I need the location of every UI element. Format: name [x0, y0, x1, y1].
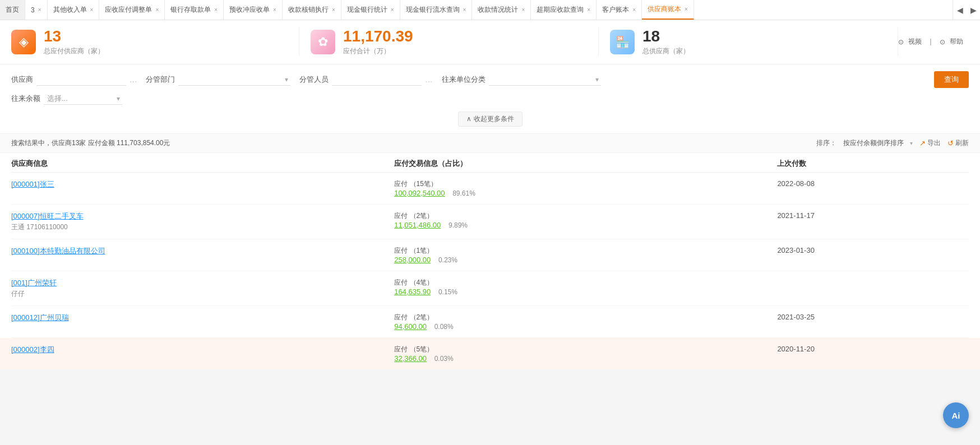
payable-total-icon: ✿ [311, 30, 335, 54]
category-select-wrap: ▾ [489, 73, 601, 86]
payable-total-amount: 11,170.39 [343, 28, 413, 45]
supplier-filter-dots[interactable]: ... [130, 75, 137, 85]
payable-amount-row-3: 258,000.00 0.23% [394, 256, 777, 264]
top-right-links: ⊙ 视频 ｜ ⊙ 帮助 [898, 37, 969, 47]
nav-tab-cash-bank-flow-close[interactable]: × [463, 7, 466, 13]
nav-tab-advance-collect-close[interactable]: × [273, 7, 276, 13]
nav-tab-payable-adjust-label: 应收应付调整单 [105, 5, 152, 15]
nav-tab-bank-deposit-close[interactable]: × [214, 7, 218, 13]
sort-select-wrap: 按应付余额倒序排序 ▾ [843, 139, 913, 147]
nav-tab-collect-verify[interactable]: 收款核销执行 × [283, 0, 341, 20]
nav-tab-home[interactable]: 首页 [0, 0, 25, 20]
supplier-link-4[interactable]: [001]广州荣轩 [11, 279, 57, 287]
payable-amount-link-5[interactable]: 94,600.00 [394, 322, 427, 331]
dept-select[interactable] [178, 73, 290, 86]
table-row: [000001]张三 应付 （15笔） 100,092,540.00 89.61… [11, 173, 969, 205]
payable-info-2: 应付 （2笔） 11,051,486.00 9.89% [394, 211, 777, 232]
nav-tab-cash-bank-stat-close[interactable]: × [391, 7, 394, 13]
payable-amount-row-4: 164,635.90 0.15% [394, 288, 777, 296]
nav-tab-cash-bank-stat-label: 现金银行统计 [347, 5, 387, 15]
payable-supplier-count: 13 [44, 28, 104, 45]
nav-tab-collect-stat-close[interactable]: × [521, 7, 525, 13]
export-button[interactable]: ↗ 导出 [919, 138, 941, 148]
total-supplier-icon: 🏪 [610, 30, 635, 54]
category-select[interactable] [489, 73, 601, 86]
nav-tab-collect-stat[interactable]: 收款情况统计 × [472, 0, 531, 20]
nav-tab-3-label: 3 [31, 6, 35, 14]
nav-tab-collect-verify-label: 收款核销执行 [288, 5, 329, 15]
nav-tab-other-income-close[interactable]: × [90, 7, 94, 13]
payable-amount-link-6[interactable]: 32,366.00 [394, 354, 427, 363]
nav-tab-customer-account-close[interactable]: × [632, 7, 636, 13]
collapse-button[interactable]: ∧ 收起更多条件 [458, 112, 523, 127]
nav-tab-overdue-query-close[interactable]: × [587, 7, 590, 13]
payable-amount-link-1[interactable]: 100,092,540.00 [394, 189, 445, 197]
summary-bar: ◈ 13 总应付供应商（家） ✿ 11,170.39 应付合计（万） 🏪 18 … [0, 20, 980, 64]
nav-prev-button[interactable]: ◀ [953, 0, 967, 20]
supplier-link-2[interactable]: [000007]恒旺二手叉车 [11, 212, 84, 220]
payable-amount-link-2[interactable]: 11,051,486.00 [394, 221, 441, 229]
nav-tab-home-label: 首页 [6, 5, 19, 15]
nav-tab-overdue-query-label: 超期应收款查询 [537, 5, 584, 15]
person-filter-input[interactable] [332, 73, 422, 86]
refresh-button[interactable]: ↺ 刷新 [947, 138, 969, 148]
payable-label-4: 应付 （4笔） [394, 278, 777, 288]
video-link[interactable]: 视频 [908, 37, 922, 47]
ai-button[interactable]: Ai [943, 402, 969, 428]
nav-arrows: ◀ ▶ [953, 0, 980, 20]
payable-pct-4: 0.15% [438, 288, 457, 296]
refresh-icon: ↺ [947, 139, 954, 147]
nav-tab-supplier-account-label: 供应商账本 [648, 4, 681, 14]
supplier-link-6[interactable]: [000002]李四 [11, 345, 54, 354]
nav-tab-other-income[interactable]: 其他收入单 × [48, 0, 100, 20]
nav-tab-advance-collect[interactable]: 预收冲应收单 × [224, 0, 283, 20]
video-icon: ⊙ [898, 38, 904, 46]
supplier-name-5: [000012]广州贝瑞 [11, 313, 394, 323]
payable-info-3: 应付 （1笔） 258,000.00 0.23% [394, 246, 777, 264]
balance-select[interactable]: 选择... [44, 92, 122, 105]
supplier-info-6: [000002]李四 [11, 345, 394, 363]
payable-supplier-label: 总应付供应商（家） [44, 47, 104, 56]
last-pay-date-6: 2020-11-20 [777, 345, 969, 363]
supplier-filter-input[interactable] [36, 73, 126, 86]
table-row: [001]广州荣轩 仔仔 应付 （4笔） 164,635.90 0.15% [11, 271, 969, 306]
nav-tab-supplier-account-close[interactable]: × [685, 6, 688, 12]
table-row: [000007]恒旺二手叉车 王通 17106110000 应付 （2笔） 11… [11, 205, 969, 239]
filter-item-supplier: 供应商 ... [11, 73, 137, 86]
payable-amount-link-4[interactable]: 164,635.90 [394, 288, 431, 296]
supplier-link-5[interactable]: [000012]广州贝瑞 [11, 313, 69, 322]
nav-tab-advance-collect-label: 预收冲应收单 [229, 5, 270, 15]
nav-tab-cash-bank-stat[interactable]: 现金银行统计 × [341, 0, 400, 20]
top-nav: 首页 3 × 其他收入单 × 应收应付调整单 × 银行存取款单 × 预收冲应收单… [0, 0, 980, 20]
payable-label-6: 应付 （5笔） [394, 345, 777, 354]
table-header-lastpay: 上次付数 [777, 159, 969, 169]
nav-tab-3-close[interactable]: × [38, 7, 41, 13]
nav-tab-collect-verify-close[interactable]: × [332, 7, 335, 13]
payable-info-4: 应付 （4笔） 164,635.90 0.15% [394, 278, 777, 299]
payable-label-1: 应付 （15笔） [394, 179, 777, 189]
search-button[interactable]: 查询 [934, 71, 969, 88]
total-supplier-count: 18 [642, 28, 690, 45]
payable-label-2: 应付 （2笔） [394, 211, 777, 221]
supplier-name-1: [000001]张三 [11, 179, 394, 189]
supplier-link-1[interactable]: [000001]张三 [11, 180, 54, 188]
last-pay-date-5: 2021-03-25 [777, 313, 969, 331]
nav-tab-supplier-account[interactable]: 供应商账本 × [642, 0, 694, 20]
nav-tab-cash-bank-flow[interactable]: 现金银行流水查询 × [400, 0, 473, 20]
export-label: 导出 [927, 138, 941, 148]
payable-amount-link-3[interactable]: 258,000.00 [394, 256, 431, 264]
sort-select[interactable]: 按应付余额倒序排序 [843, 139, 913, 147]
last-pay-date-1: 2022-08-08 [777, 179, 969, 197]
nav-tab-payable-adjust[interactable]: 应收应付调整单 × [99, 0, 165, 20]
person-filter-dots[interactable]: ... [425, 75, 432, 85]
nav-tab-3[interactable]: 3 × [25, 0, 48, 20]
dept-select-wrap: ▾ [178, 73, 290, 86]
help-link[interactable]: 帮助 [950, 37, 963, 47]
nav-tab-bank-deposit[interactable]: 银行存取款单 × [165, 0, 224, 20]
nav-tab-customer-account[interactable]: 客户账本 × [597, 0, 642, 20]
supplier-link-3[interactable]: [000100]本特勤油品有限公司 [11, 247, 105, 255]
nav-tab-overdue-query[interactable]: 超期应收款查询 × [531, 0, 597, 20]
nav-next-button[interactable]: ▶ [967, 0, 980, 20]
nav-tab-payable-adjust-close[interactable]: × [155, 7, 159, 13]
payable-pct-6: 0.03% [434, 355, 454, 363]
